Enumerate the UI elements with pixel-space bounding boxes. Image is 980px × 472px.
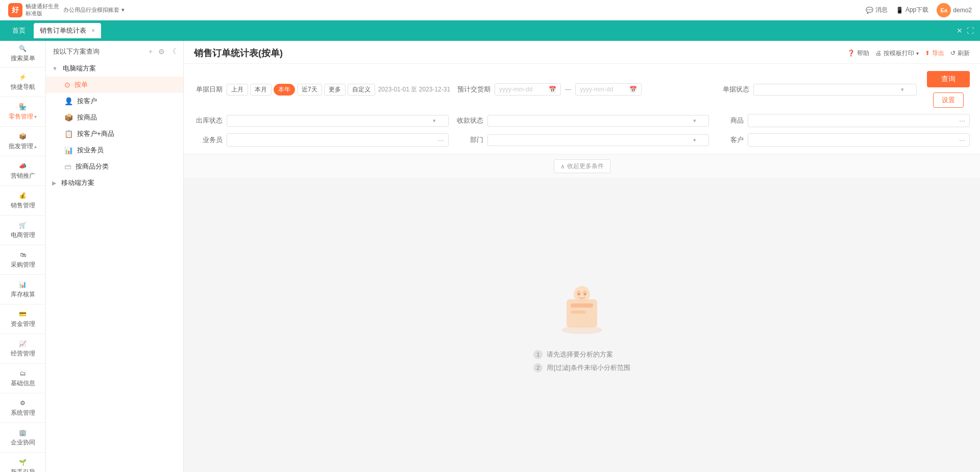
calendar-end-icon: 📅 [629, 86, 637, 93]
sidebar-item-operation[interactable]: 📈 经营管理 [0, 334, 45, 364]
inventory-icon: 📊 [19, 281, 27, 288]
svg-rect-3 [571, 311, 586, 314]
tree-item-按商品[interactable]: 📦 按商品 [46, 109, 183, 126]
wholesale-icon: 📦 [19, 133, 27, 140]
tree-item-按客户[interactable]: 👤 按客户 [46, 93, 183, 109]
filter-area: 单据日期 上月 本月 本年 近7天 更多 自定义 2023-01-01 至 20… [184, 64, 980, 154]
tree-item-按业务员[interactable]: 📊 按业务员 [46, 142, 183, 158]
settings-scheme-icon[interactable]: ⚙ [158, 48, 165, 56]
refresh-button[interactable]: ↺ 刷新 [950, 49, 970, 58]
single-date-label: 单据日期 [194, 85, 223, 94]
ecommerce-icon: 🛒 [19, 222, 27, 229]
customer-input[interactable]: ··· [748, 133, 970, 147]
export-icon: ⬆ [925, 50, 930, 57]
this-month-btn[interactable]: 本月 [250, 84, 272, 96]
active-scheme-icon: ⊙ [64, 81, 70, 89]
user-icon: 👤 [64, 97, 73, 105]
last-month-btn[interactable]: 上月 [227, 84, 248, 96]
window-close-icon[interactable]: ✕ [957, 27, 963, 35]
empty-tip-1: 1 请先选择要分析的方案 [533, 350, 630, 359]
this-year-btn[interactable]: 本年 [274, 84, 295, 96]
quick-nav-icon: ⚡ [19, 74, 27, 81]
tree-item-按客户商品[interactable]: 📋 按客户+商品 [46, 126, 183, 142]
tab-close-icon[interactable]: × [91, 27, 95, 34]
payment-status-select[interactable]: ▾ [487, 115, 709, 127]
tab-home[interactable]: 首页 [6, 23, 32, 38]
svg-point-7 [578, 293, 580, 295]
collapse-button[interactable]: ∧ 收起更多条件 [554, 159, 610, 173]
payment-status-label: 收款状态 [455, 116, 483, 125]
search-icon: 🔍 [19, 45, 27, 52]
left-panel: 按以下方案查询 ＋ ⚙ 《 ▼ 电脑端方案 ⊙ 按单 👤 按客户 [46, 41, 184, 472]
product-label: 商品 [715, 116, 744, 125]
filter-cell-shipment: 出库状态 ▾ [194, 115, 449, 127]
collapse-panel-icon[interactable]: 《 [169, 47, 176, 56]
tree-parent-mobile[interactable]: ▶ 移动端方案 [46, 175, 183, 191]
more-date-btn[interactable]: 更多 [324, 84, 346, 96]
status-select-arrow-icon: ▾ [901, 86, 904, 93]
left-panel-title: 按以下方案查询 [53, 47, 100, 56]
header-actions: ❓ 帮助 🖨 按模板打印 ▾ ⬆ 导出 ↺ 刷新 [847, 49, 970, 58]
tab-sales-order-stats[interactable]: 销售订单统计表 × [34, 23, 101, 38]
sidebar-item-basic[interactable]: 🗂 基础信息 [0, 364, 45, 393]
tree-item-按单[interactable]: ⊙ 按单 [46, 77, 183, 93]
app-download-button[interactable]: 📱 App下载 [896, 6, 928, 14]
expected-date-start-input[interactable]: yyyy-mm-dd 📅 [495, 83, 561, 96]
filter-cell-payment: 收款状态 ▾ [455, 115, 709, 127]
tree-parent-pc[interactable]: ▼ 电脑端方案 [46, 60, 183, 77]
single-status-select[interactable]: ▾ [753, 84, 917, 96]
shipment-select-arrow-icon: ▾ [433, 117, 436, 124]
date-group: 上月 本月 本年 近7天 更多 自定义 2023-01-01 至 2023-12… [227, 84, 450, 96]
sidebar-item-purchase[interactable]: 🛍 采购管理 [0, 245, 45, 275]
help-icon: ❓ [847, 50, 855, 57]
app-selector[interactable]: 办公用品行业模拟账套 ▾ [63, 6, 125, 14]
query-button[interactable]: 查询 [927, 71, 970, 87]
date-separator: — [565, 86, 571, 93]
sidebar-item-retail[interactable]: 🏪 零售管理 ▾ [0, 97, 45, 127]
help-button[interactable]: ❓ 帮助 [847, 49, 869, 58]
custom-date-btn[interactable]: 自定义 [348, 84, 375, 96]
operation-icon: 📈 [19, 340, 27, 347]
sidebar-item-system[interactable]: ⚙ 系统管理 [0, 393, 45, 423]
window-maximize-icon[interactable]: ⛶ [967, 27, 974, 35]
settings-button[interactable]: 设置 [933, 92, 964, 108]
salesperson-label: 业务员 [194, 135, 223, 145]
message-icon: 💬 [866, 7, 873, 14]
filter-cell-expected-date: 预计交货期 yyyy-mm-dd 📅 — yyyy-mm-dd 📅 [457, 83, 715, 96]
sidebar-item-ecommerce[interactable]: 🛒 电商管理 [0, 216, 45, 245]
sidebar-item-quick-nav[interactable]: ⚡ 快捷导航 [0, 67, 45, 97]
department-select[interactable]: ▾ [487, 134, 709, 146]
filter-cell-salesperson: 业务员 ··· [194, 133, 449, 147]
category-icon: 🗃 [64, 162, 71, 171]
print-dropdown-icon: ▾ [916, 51, 919, 56]
add-scheme-icon[interactable]: ＋ [147, 47, 154, 56]
action-buttons: 查询 设置 [927, 71, 970, 108]
avatar: Ea [937, 3, 951, 17]
tree-item-按商品分类[interactable]: 🗃 按商品分类 [46, 158, 183, 175]
last-7-btn[interactable]: 近7天 [297, 84, 322, 96]
collapse-bar[interactable]: ∧ 收起更多条件 [184, 154, 980, 179]
product-more-icon: ··· [959, 116, 965, 125]
user-menu[interactable]: Ea demo2 [937, 3, 972, 17]
shipment-status-select[interactable]: ▾ [227, 115, 449, 127]
product-input[interactable]: ··· [748, 114, 970, 127]
sidebar-item-enterprise[interactable]: 🏢 企业协同 [0, 423, 45, 453]
sidebar-item-newbie[interactable]: 🌱 新手引导 [0, 453, 45, 472]
payment-select-arrow-icon: ▾ [693, 117, 696, 124]
department-label: 部门 [455, 135, 483, 145]
expected-date-end-input[interactable]: yyyy-mm-dd 📅 [575, 83, 642, 96]
sidebar-item-marketing[interactable]: 📣 营销推广 [0, 156, 45, 186]
sidebar-item-sales[interactable]: 💰 销售管理 [0, 186, 45, 216]
sidebar-item-finance[interactable]: 💳 资金管理 [0, 304, 45, 334]
sidebar-item-wholesale[interactable]: 📦 批发管理 ▴ [0, 127, 45, 156]
export-button[interactable]: ⬆ 导出 [925, 49, 944, 58]
sidebar-item-search[interactable]: 🔍 搜索菜单 [0, 41, 45, 67]
tab-bar: 首页 销售订单统计表 × ✕ ⛶ [0, 20, 980, 41]
sidebar-item-inventory[interactable]: 📊 库存核算 [0, 275, 45, 304]
print-template-button[interactable]: 🖨 按模板打印 ▾ [875, 49, 919, 58]
message-button[interactable]: 💬 消息 [866, 6, 888, 14]
enterprise-icon: 🏢 [19, 429, 27, 436]
svg-point-4 [574, 286, 590, 302]
salesperson-input[interactable]: ··· [227, 133, 449, 147]
date-quick-buttons: 上月 本月 本年 近7天 更多 自定义 [227, 84, 375, 96]
